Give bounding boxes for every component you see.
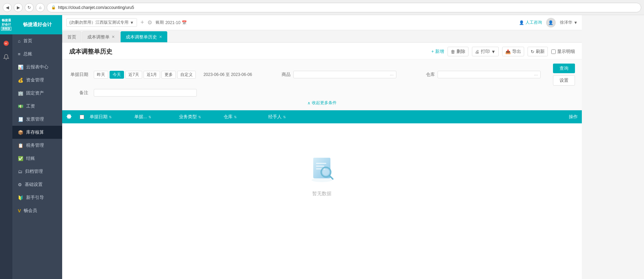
date-range-display: 2023-06-06 至 2023-06-06 xyxy=(203,72,252,78)
empty-text: 暂无数据 xyxy=(312,191,331,197)
th-actions: 操作 xyxy=(569,114,578,120)
goods-input[interactable] xyxy=(293,71,396,78)
date-btn-1month[interactable]: 近1月 xyxy=(144,71,160,79)
service-person-icon: 👤 xyxy=(519,20,524,25)
sidebar-item-fixed[interactable]: 🏢 固定资产 xyxy=(12,87,62,100)
sidebar-item-guide[interactable]: 🔰 新手引导 xyxy=(12,191,62,204)
user-avatar[interactable]: 👤 xyxy=(546,18,556,27)
add-btn[interactable]: + 新增 xyxy=(431,48,444,55)
export-btn[interactable]: 📤 导出 xyxy=(502,47,524,56)
funds-icon: 💰 xyxy=(18,78,23,83)
th-biztype[interactable]: 业务类型 ⇅ xyxy=(176,114,221,120)
th-date[interactable]: 单据日期 ⇅ xyxy=(87,114,132,120)
user-service-btn[interactable]: 👤 人工咨询 xyxy=(519,20,542,25)
page-content: 成本调整单历史 + 新增 🗑 删除 🖨 打印 ▼ 📤 导出 xyxy=(62,43,582,279)
th-warehouse-sort-icon: ⇅ xyxy=(234,115,237,119)
th-num[interactable]: 单据... ⇅ xyxy=(132,114,176,120)
sidebar-label-guide: 新手引导 xyxy=(26,194,44,201)
strip-weibo[interactable]: W xyxy=(0,37,12,49)
sidebar-item-closing[interactable]: ✅ 结账 xyxy=(12,152,62,165)
tax-icon: 📋 xyxy=(18,143,23,148)
period-value: 2021-10 xyxy=(165,20,180,25)
svg-text:W: W xyxy=(5,42,8,45)
period-label: 账期 xyxy=(156,20,164,25)
company-selector[interactable]: (勿删勿禁用）江西版宝测试专用 ▼ xyxy=(66,18,137,27)
tab-history-close[interactable]: ✕ xyxy=(159,35,162,39)
user-name[interactable]: 徐泽华 ▼ xyxy=(560,20,578,25)
table-header: 单据日期 ⇅ 单据... ⇅ 业务类型 ⇅ 仓库 ⇅ xyxy=(62,110,582,123)
th-num-label: 单据... xyxy=(134,114,147,120)
sidebar-item-archive[interactable]: 🗂 归档管理 xyxy=(12,165,62,178)
date-filter-label: 单据日期 xyxy=(69,71,88,78)
guide-icon: 🔰 xyxy=(18,195,23,200)
strip-notification[interactable] xyxy=(0,51,12,63)
delete-label: 删除 xyxy=(456,48,465,55)
th-checkbox[interactable] xyxy=(77,115,87,119)
warehouse-select-wrapper: ··· xyxy=(438,71,541,78)
browser-url-bar[interactable]: 🔒 https://cloud.chanjet.com/accounting/u… xyxy=(47,3,641,12)
add-tab-btn[interactable]: + xyxy=(140,19,144,26)
user-dropdown-icon: ▼ xyxy=(574,20,578,25)
date-btn-yesterday[interactable]: 昨天 xyxy=(94,71,108,79)
sidebar-item-inventory[interactable]: 📦 库存核算 xyxy=(12,126,62,139)
date-btn-today[interactable]: 今天 xyxy=(110,71,124,79)
th-gear[interactable] xyxy=(66,114,77,120)
warehouse-input[interactable] xyxy=(438,71,541,78)
url-lock-icon: 🔒 xyxy=(51,5,56,10)
sidebar-label-closing: 结账 xyxy=(26,155,35,161)
tab-cost-adj-history[interactable]: 成本调整单历史 ✕ xyxy=(121,31,167,42)
inventory-icon: 📦 xyxy=(18,130,23,135)
avatar-icon: 👤 xyxy=(548,20,553,25)
sidebar-item-home[interactable]: ⌂ 首页 xyxy=(12,34,62,47)
refresh-btn[interactable]: ↻ 刷新 xyxy=(528,47,548,56)
query-search-btn[interactable]: 查询 xyxy=(553,64,575,73)
sidebar-item-reports[interactable]: 📊 云报表中心 xyxy=(12,60,62,74)
tab-home[interactable]: 首页 xyxy=(62,31,81,42)
print-btn[interactable]: 🖨 打印 ▼ xyxy=(472,47,499,56)
date-btn-7days[interactable]: 近7天 xyxy=(125,71,142,79)
browser-reload-btn[interactable]: ↻ xyxy=(25,3,34,12)
calendar-icon[interactable]: 📅 xyxy=(182,20,187,25)
goods-filter-label: 商品 xyxy=(271,71,291,78)
sidebar-item-funds[interactable]: 💰 资金管理 xyxy=(12,74,62,87)
goods-dots[interactable]: ··· xyxy=(390,72,394,77)
tab-cost-adj-close[interactable]: ✕ xyxy=(112,35,115,39)
sidebar-label-invoice: 发票管理 xyxy=(26,116,44,122)
sidebar-label-home: 首页 xyxy=(23,38,32,44)
browser-back-btn[interactable]: ◀ xyxy=(3,3,12,12)
th-warehouse[interactable]: 仓库 ⇅ xyxy=(221,114,265,120)
th-num-sort-icon: ⇅ xyxy=(148,115,151,119)
warehouse-dots[interactable]: ··· xyxy=(534,72,538,77)
sidebar-label-funds: 资金管理 xyxy=(26,77,44,83)
app-topbar: (勿删勿禁用）江西版宝测试专用 ▼ + ⚙ 账期 2021-10 📅 👤 人工咨… xyxy=(62,15,582,30)
empty-illustration xyxy=(305,151,339,185)
date-btn-more[interactable]: 更多 xyxy=(161,71,176,79)
date-btn-custom[interactable]: 自定义 xyxy=(177,71,196,79)
tabs-bar: 首页 成本调整单 ✕ 成本调整单历史 ✕ xyxy=(62,30,582,43)
sidebar-item-vip[interactable]: V 畅会员 xyxy=(12,204,62,217)
show-all-checkbox[interactable] xyxy=(551,49,556,54)
warehouse-filter-label: 仓库 xyxy=(416,71,435,78)
reports-icon: 📊 xyxy=(18,65,23,70)
sidebar-item-salary[interactable]: 💵 工资 xyxy=(12,100,62,113)
goods-select-wrapper: ··· xyxy=(293,71,396,78)
sidebar-header: 畅捷通好会计 xyxy=(12,15,62,34)
select-all-checkbox[interactable] xyxy=(80,115,84,119)
tab-cost-adj[interactable]: 成本调整单 ✕ xyxy=(82,31,120,42)
browser-forward-btn[interactable]: ▶ xyxy=(14,3,23,12)
sidebar-item-invoice[interactable]: 🧾 发票管理 xyxy=(12,113,62,126)
collapse-btn[interactable]: ∧ 收起更多条件 xyxy=(307,100,337,106)
settings-gear-icon[interactable]: ⚙ xyxy=(147,19,152,26)
th-warehouse-label: 仓库 xyxy=(224,114,233,120)
sidebar-item-ledger[interactable]: ≡ 总账 xyxy=(12,47,62,60)
sidebar-item-tax[interactable]: 📋 税务管理 xyxy=(12,139,62,152)
th-handler[interactable]: 经手人 ⇅ xyxy=(265,114,310,120)
th-date-label: 单据日期 xyxy=(90,114,108,120)
sidebar-item-basic[interactable]: ⚙ 基础设置 xyxy=(12,178,62,191)
sidebar-label-inventory: 库存核算 xyxy=(26,129,44,135)
note-input[interactable] xyxy=(94,89,197,97)
sidebar-label-tax: 税务管理 xyxy=(26,142,44,148)
query-settings-btn[interactable]: 设置 xyxy=(553,75,575,86)
browser-home-btn[interactable]: ⌂ xyxy=(36,3,45,12)
delete-btn[interactable]: 🗑 删除 xyxy=(448,47,468,56)
